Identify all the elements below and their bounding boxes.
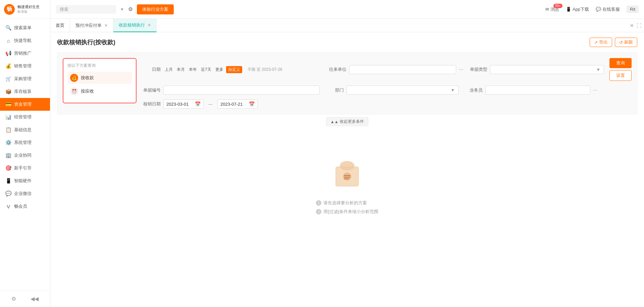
svg-point-3	[343, 172, 351, 181]
query-action-col: 查询 设置	[609, 58, 632, 81]
sidebar-item-finance[interactable]: 💳 资金管理	[0, 98, 50, 111]
filter-scheme-panel: 按以下方案查询 💰 按收款 ⏰ 按应收	[63, 58, 137, 103]
tab-prepay[interactable]: 预付冲应付单 ✕	[70, 19, 113, 32]
sidebar-item-basic[interactable]: 📋 基础信息	[0, 123, 50, 136]
main-content: 搜索 ▼ ⚙ 体验行业方案 ✉ 消息 99+ 📱 App下载 💬 在线客服 Ri…	[50, 0, 644, 307]
tab-receipt-close[interactable]: ✕	[148, 23, 151, 28]
refresh-button[interactable]: ↺ 刷新	[615, 38, 637, 47]
date-label: 日期	[142, 66, 161, 72]
tab-close-all-icon[interactable]: ✕	[630, 23, 634, 28]
tip-num-2: 2	[316, 209, 321, 214]
counterparty-dots-icon[interactable]: ···	[459, 66, 463, 72]
logo-text-block: 畅捷通好生意 标准版	[17, 4, 40, 14]
export-label: 导出	[599, 39, 608, 45]
marketing-label: 营销推广	[14, 50, 32, 56]
user-label: Rit	[630, 7, 635, 12]
hardware-icon: 📱	[5, 178, 11, 184]
member-icon: V	[5, 203, 11, 209]
guide-icon: 🎯	[5, 165, 11, 171]
settings-icon[interactable]: ⚙	[11, 296, 16, 302]
calendar-start-icon[interactable]: 📅	[195, 101, 201, 107]
header-chevron-icon[interactable]: ▼	[120, 7, 124, 12]
date-field: 日期 上月 本月 本年 近7天 更多 自定义	[142, 66, 322, 73]
tab-receipt-label: 收款核销执行	[119, 22, 145, 28]
sidebar-item-search[interactable]: 🔍 搜索菜单	[0, 21, 50, 34]
collapse-sidebar-icon[interactable]: ◀◀	[31, 296, 39, 302]
collapse-more-button[interactable]: ▲▲ 收起更多条件	[326, 117, 368, 126]
dept-chevron-icon: ▼	[450, 88, 455, 93]
hardware-label: 智能硬件	[14, 178, 32, 184]
sidebar-item-system[interactable]: ⚙️ 系统管理	[0, 136, 50, 149]
service-label: 在线客服	[602, 6, 620, 12]
verify-date-start-input[interactable]: 2023-03-01 📅	[163, 99, 204, 109]
filter-area: 按以下方案查询 💰 按收款 ⏰ 按应收	[57, 52, 637, 114]
preset-this-month[interactable]: 本月	[175, 66, 186, 73]
by-receivable-icon: ⏰	[70, 87, 78, 95]
sidebar-item-member[interactable]: V 畅会员	[0, 200, 50, 213]
tab-home[interactable]: 首页	[50, 19, 70, 32]
staff-field: 业务员 ···	[464, 86, 597, 95]
filter-rows: 日期 上月 本月 本年 近7天 更多 自定义	[142, 58, 632, 109]
dept-select[interactable]: ▼	[346, 86, 459, 95]
staff-dots-icon[interactable]: ···	[593, 87, 597, 93]
sidebar-item-marketing[interactable]: 📢 营销推广	[0, 47, 50, 60]
filter-row-2: 单据编号 部门 ▼ 业务员	[142, 86, 632, 95]
logo-icon: 畅	[4, 4, 15, 15]
empty-tip-2: 2 用[过滤]条件来缩小分析范围	[316, 207, 378, 216]
tab-prepay-close[interactable]: ✕	[104, 23, 108, 28]
preset-last-month[interactable]: 上月	[163, 66, 174, 73]
header-right: ✉ 消息 99+ 📱 App下载 💬 在线客服 Rit	[545, 5, 639, 13]
sidebar-item-guide[interactable]: 🎯 新手引导	[0, 162, 50, 174]
app-download-button[interactable]: 📱 App下载	[566, 6, 589, 12]
basic-label: 基础信息	[14, 127, 32, 133]
tab-receipt-exec[interactable]: 收款核销执行 ✕	[113, 19, 157, 32]
by-receipt-label: 按收款	[81, 75, 94, 81]
sidebar-item-purchase[interactable]: 🛒 采购管理	[0, 72, 50, 85]
purchase-icon: 🛒	[5, 76, 11, 82]
verify-date-end-input[interactable]: 2023-07-21 📅	[217, 99, 258, 109]
filter-option-by-receipt[interactable]: 💰 按收款	[67, 72, 132, 84]
filter-row-1: 日期 上月 本月 本年 近7天 更多 自定义	[142, 58, 632, 81]
sidebar-item-quick-nav[interactable]: ⌂ 快捷导航	[0, 34, 50, 47]
sidebar-item-inventory[interactable]: 📦 库存核算	[0, 85, 50, 98]
sidebar-item-sales[interactable]: 💰 销售管理	[0, 60, 50, 72]
header-left: 搜索 ▼ ⚙ 体验行业方案	[56, 4, 174, 14]
preset-7days[interactable]: 近7天	[200, 66, 213, 73]
calendar-end-icon[interactable]: 📅	[249, 101, 255, 107]
tab-home-label: 首页	[56, 22, 64, 29]
service-icon: 💬	[596, 7, 601, 12]
doc-no-label: 单据编号	[142, 87, 161, 93]
sidebar-item-business[interactable]: 📊 经营管理	[0, 111, 50, 123]
filter-right-fields: 日期 上月 本月 本年 近7天 更多 自定义	[142, 58, 632, 109]
verify-date-label: 核销日期	[142, 101, 161, 107]
message-button[interactable]: ✉ 消息 99+	[545, 6, 559, 12]
export-button[interactable]: ↗ 导出	[590, 38, 612, 47]
preset-custom[interactable]: 自定义	[226, 66, 242, 73]
query-button[interactable]: 查询	[609, 58, 632, 68]
staff-input[interactable]	[485, 86, 590, 95]
sidebar-item-hardware[interactable]: 📱 智能硬件	[0, 174, 50, 187]
collapse-more-section: ▲▲ 收起更多条件	[57, 117, 637, 126]
filter-option-by-receivable[interactable]: ⏰ 按应收	[67, 85, 132, 97]
settings-button[interactable]: 设置	[609, 70, 632, 81]
logo-subtitle: 标准版	[17, 9, 40, 14]
enterprise-label: 企业协同	[14, 152, 32, 158]
preset-more[interactable]: 更多	[214, 66, 225, 73]
solution-button[interactable]: 体验行业方案	[137, 4, 174, 14]
doc-type-select[interactable]: ▼	[490, 65, 604, 74]
tab-expand-icon[interactable]: ⛶	[637, 23, 641, 28]
header-gear-icon[interactable]: ⚙	[128, 6, 133, 12]
user-button[interactable]: Rit	[627, 5, 639, 13]
doc-no-input[interactable]	[163, 86, 320, 95]
sidebar-item-wechat[interactable]: 💬 企业微信	[0, 187, 50, 200]
online-service-button[interactable]: 💬 在线客服	[596, 6, 620, 12]
inventory-label: 库存核算	[14, 89, 32, 95]
sidebar-item-enterprise[interactable]: 🏢 企业协同	[0, 149, 50, 162]
app-label: App下载	[573, 6, 589, 12]
date-preset-group: 上月 本月 本年 近7天 更多 自定义	[163, 66, 242, 73]
finance-label: 资金管理	[14, 101, 32, 107]
preset-this-year[interactable]: 本年	[187, 66, 198, 73]
finance-icon: 💳	[5, 101, 11, 107]
counterparty-input[interactable]	[349, 65, 456, 74]
sidebar-nav: 🔍 搜索菜单 ⌂ 快捷导航 📢 营销推广 💰 销售管理 🛒 采购管理 📦 库存核…	[0, 19, 50, 290]
